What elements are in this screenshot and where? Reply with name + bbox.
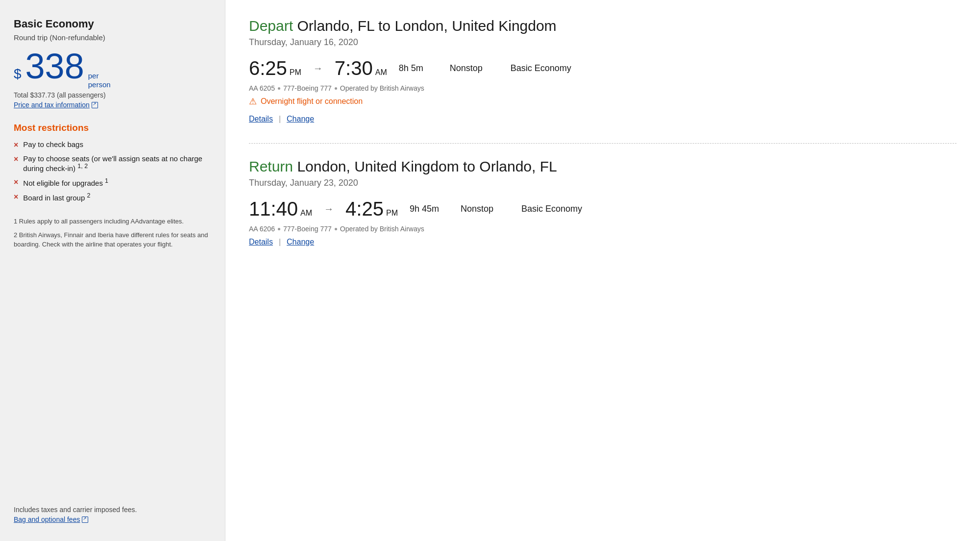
fare-type: Basic Economy (14, 18, 209, 30)
return-flight-row: 11:40 AM → 4:25 PM 9h 45m Nonstop Basic … (249, 198, 956, 220)
return-depart-ampm: AM (300, 209, 312, 218)
arrow-icon: → (324, 203, 334, 215)
return-arrive-time-block: 4:25 PM (345, 198, 398, 220)
price-amount: 338 (25, 49, 84, 84)
depart-time: 6:25 (249, 57, 287, 79)
return-arrive-time: 4:25 (345, 198, 384, 220)
return-depart-time-block: 11:40 AM (249, 198, 312, 220)
external-link-icon (82, 516, 88, 523)
return-word: Return (249, 158, 293, 174)
return-fare-class: Basic Economy (521, 204, 582, 214)
depart-aircraft: 777-Boeing 777 (283, 84, 332, 92)
return-meta: AA 6206 777-Boeing 777 Operated by Briti… (249, 225, 956, 233)
depart-flight-row: 6:25 PM → 7:30 AM 8h 5m Nonstop Basic Ec… (249, 57, 956, 79)
footnotes: 1 Rules apply to all passengers includin… (14, 217, 209, 253)
return-depart-time: 11:40 (249, 198, 298, 220)
x-icon: × (14, 178, 18, 187)
depart-change-link[interactable]: Change (287, 115, 314, 123)
arrive-ampm: AM (375, 68, 387, 77)
depart-fare-class: Basic Economy (511, 63, 571, 74)
price-row: $ 338 per person (14, 49, 209, 89)
restriction-item: × Pay to choose seats (or we'll assign s… (14, 154, 209, 172)
per-person-label: per person (88, 72, 111, 89)
link-separator: | (279, 238, 281, 246)
depart-title: Depart Orlando, FL to London, United Kin… (249, 18, 956, 34)
arrive-time-block: 7:30 AM (335, 57, 387, 79)
return-section: Return London, United Kingdom to Orlando… (249, 158, 956, 246)
return-date: Thursday, January 23, 2020 (249, 178, 956, 188)
external-link-icon (92, 102, 98, 108)
restrictions-title: Most restrictions (14, 123, 209, 133)
trip-type: Round trip (Non-refundable) (14, 33, 209, 42)
depart-date: Thursday, January 16, 2020 (249, 37, 956, 48)
footnote2: 2 British Airways, Finnair and Iberia ha… (14, 230, 209, 249)
meta-dot (278, 87, 280, 90)
x-icon: × (14, 155, 18, 164)
footnote1: 1 Rules apply to all passengers includin… (14, 217, 209, 226)
depart-links: Details | Change (249, 115, 956, 123)
overnight-warning: ⚠ Overnight flight or connection (249, 96, 956, 107)
bag-fees-link[interactable]: Bag and optional fees (14, 516, 209, 523)
return-details-link[interactable]: Details (249, 238, 273, 246)
includes-text: Includes taxes and carrier imposed fees. (14, 506, 209, 514)
x-icon: × (14, 193, 18, 201)
dollar-sign: $ (14, 66, 22, 82)
overnight-warning-text: Overnight flight or connection (261, 97, 363, 106)
arrive-time: 7:30 (335, 57, 373, 79)
meta-dot (278, 228, 280, 230)
sidebar: Basic Economy Round trip (Non-refundable… (0, 0, 225, 541)
total-price: Total $337.73 (all passengers) (14, 91, 209, 99)
depart-section: Depart Orlando, FL to London, United Kin… (249, 18, 956, 123)
main-content: Depart Orlando, FL to London, United Kin… (225, 0, 980, 541)
depart-route: Orlando, FL to London, United Kingdom (297, 18, 556, 34)
meta-dot (335, 228, 337, 230)
return-title: Return London, United Kingdom to Orlando… (249, 158, 956, 175)
return-operated-by: Operated by British Airways (340, 225, 424, 233)
depart-operated-by: Operated by British Airways (340, 84, 424, 92)
depart-flight-number: AA 6205 (249, 84, 275, 92)
restriction-item: × Pay to check bags (14, 140, 209, 149)
warning-icon: ⚠ (249, 96, 257, 107)
return-nonstop: Nonstop (461, 204, 510, 214)
price-tax-link[interactable]: Price and tax information (14, 101, 209, 109)
restriction-list: × Pay to check bags × Pay to choose seat… (14, 140, 209, 207)
meta-dot (335, 87, 337, 90)
return-arrive-ampm: PM (386, 209, 398, 218)
return-links: Details | Change (249, 238, 956, 246)
x-icon: × (14, 141, 18, 149)
section-divider (249, 143, 956, 144)
depart-nonstop: Nonstop (450, 63, 499, 74)
depart-time-block: 6:25 PM (249, 57, 301, 79)
depart-header: Depart Orlando, FL to London, United Kin… (249, 18, 956, 48)
depart-meta: AA 6205 777-Boeing 777 Operated by Briti… (249, 84, 956, 92)
return-header: Return London, United Kingdom to Orlando… (249, 158, 956, 188)
depart-details-link[interactable]: Details (249, 115, 273, 123)
return-route: London, United Kingdom to Orlando, FL (297, 158, 557, 174)
depart-word: Depart (249, 18, 293, 34)
return-flight-number: AA 6206 (249, 225, 275, 233)
restriction-item: × Board in last group 2 (14, 192, 209, 202)
return-aircraft: 777-Boeing 777 (283, 225, 332, 233)
return-change-link[interactable]: Change (287, 238, 314, 246)
sidebar-footer: Includes taxes and carrier imposed fees.… (14, 496, 209, 523)
arrow-icon: → (313, 63, 323, 74)
return-duration: 9h 45m (410, 204, 449, 214)
depart-ampm: PM (290, 68, 301, 77)
depart-duration: 8h 5m (399, 63, 438, 74)
restriction-item: × Not eligible for upgrades 1 (14, 177, 209, 187)
link-separator: | (279, 115, 281, 123)
